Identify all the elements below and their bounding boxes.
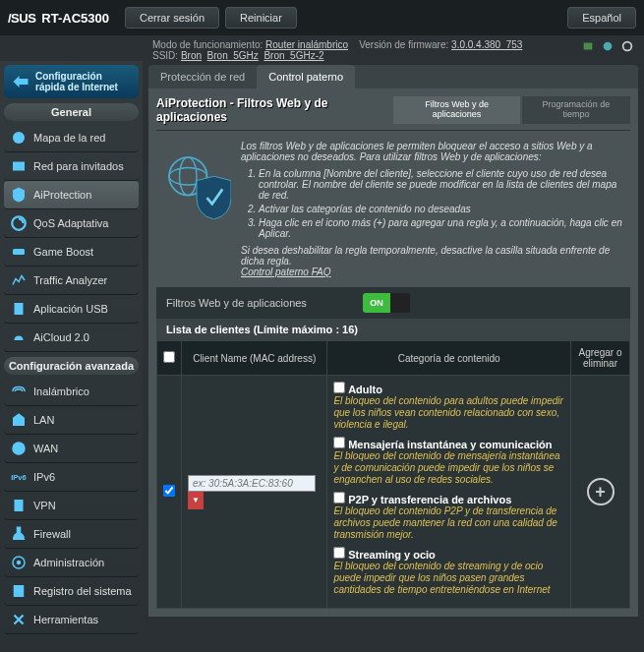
- svg-point-13: [17, 561, 22, 565]
- quick-setup-label: Configuración rápida de Internet: [35, 71, 131, 92]
- nav-icon: [10, 328, 28, 346]
- client-list-header: Lista de clientes (Límite máximo : 16): [156, 319, 630, 340]
- disable-note: Si desea deshabilitar la regla temporalm…: [241, 245, 624, 267]
- fw-value[interactable]: 3.0.0.4.380_753: [451, 39, 522, 50]
- sidebar-item-lan[interactable]: LAN: [4, 406, 139, 435]
- svg-rect-4: [13, 162, 25, 171]
- sidebar-item-ipv6[interactable]: IPv6IPv6: [4, 463, 139, 492]
- category-checkbox[interactable]: [333, 382, 345, 393]
- sidebar-item-traffic-analyzer[interactable]: Traffic Analyzer: [4, 267, 139, 295]
- tab-protection[interactable]: Protección de red: [148, 65, 257, 89]
- sidebar-item-label: QoS Adaptativa: [33, 217, 108, 229]
- nav-icon: [10, 611, 28, 628]
- sidebar-item-registro-del-sistema[interactable]: Registro del sistema: [4, 577, 139, 606]
- sidebar-item-aiprotection[interactable]: AiProtection: [4, 181, 139, 209]
- sidebar-item-label: Mapa de la red: [33, 132, 105, 144]
- nav-icon: [10, 214, 28, 232]
- mode-value[interactable]: Router inalámbrico: [265, 39, 348, 50]
- sidebar-item-vpn[interactable]: VPN: [4, 492, 139, 520]
- sidebar-item-label: LAN: [33, 414, 54, 426]
- group-advanced: Configuración avanzada: [4, 357, 139, 375]
- quick-setup-button[interactable]: Configuración rápida de Internet: [4, 65, 139, 98]
- sidebar-item-inalámbrico[interactable]: Inalámbrico: [4, 378, 139, 406]
- category-desc: El bloqueo del contenido para adultos pu…: [333, 395, 564, 431]
- client-name-input[interactable]: [188, 475, 316, 492]
- faq-link[interactable]: Control paterno FAQ: [241, 267, 624, 277]
- guest-icon[interactable]: [601, 39, 615, 53]
- category-name: Mensajería instantánea y comunicación: [348, 439, 552, 450]
- nav-icon: [10, 300, 28, 318]
- sidebar-item-aicloud-2.0[interactable]: AiCloud 2.0: [4, 324, 139, 352]
- nav-icon: [10, 497, 28, 514]
- nav-icon: [10, 582, 28, 600]
- usb-icon[interactable]: [581, 39, 595, 53]
- panel-title: AiProtection - Filtros Web y de aplicaci…: [156, 96, 393, 124]
- fw-label: Versión de firmware:: [359, 39, 448, 50]
- row-checkbox[interactable]: [163, 485, 175, 497]
- sidebar-item-firewall[interactable]: Firewall: [4, 520, 139, 549]
- category-item: AdultoEl bloqueo del contenido para adul…: [333, 382, 564, 431]
- nav-icon: [10, 554, 28, 571]
- sidebar-item-wan[interactable]: WAN: [4, 435, 139, 463]
- sidebar-item-herramientas[interactable]: Herramientas: [4, 606, 139, 634]
- svg-rect-14: [14, 585, 25, 597]
- nav-icon: [10, 157, 28, 175]
- sidebar-item-label: Firewall: [33, 528, 71, 540]
- col-client: Client Name (MAC address): [182, 341, 327, 376]
- sidebar-item-label: AiCloud 2.0: [33, 331, 89, 343]
- model-name: RT-AC5300: [41, 11, 109, 26]
- nav-icon: [10, 271, 28, 289]
- category-item: Mensajería instantánea y comunicaciónEl …: [333, 437, 564, 486]
- step-2: Activar las categorías de contenido no d…: [259, 204, 624, 214]
- reboot-button[interactable]: Reiniciar: [225, 7, 297, 29]
- toggle-on-text: ON: [363, 293, 390, 313]
- step-3: Haga clic en el icono más (+) para agreg…: [259, 217, 624, 239]
- sidebar-item-label: WAN: [33, 443, 58, 454]
- category-checkbox[interactable]: [333, 437, 345, 448]
- svg-point-1: [604, 42, 613, 51]
- subtab-filters[interactable]: Filtros Web y de aplicaciones: [393, 96, 519, 124]
- select-all-checkbox[interactable]: [163, 351, 175, 363]
- ssid-2: Bron_5GHz-2: [263, 50, 323, 61]
- sidebar-item-label: Inalámbrico: [33, 385, 89, 397]
- client-dropdown-button[interactable]: ▼: [188, 492, 204, 509]
- step-1: En la columna [Nombre del cliente], sele…: [259, 168, 624, 201]
- category-checkbox[interactable]: [333, 492, 345, 504]
- svg-point-8: [12, 442, 26, 455]
- sidebar-item-game-boost[interactable]: Game Boost: [4, 238, 139, 267]
- language-button[interactable]: Español: [567, 7, 636, 29]
- subtab-schedule[interactable]: Programación de tiempo: [522, 96, 630, 124]
- svg-rect-6: [13, 249, 25, 255]
- add-rule-button[interactable]: +: [587, 478, 615, 505]
- svg-rect-7: [15, 303, 24, 315]
- nav-icon: [10, 383, 28, 400]
- sidebar-item-qos-adaptativa[interactable]: QoS Adaptativa: [4, 209, 139, 238]
- sidebar-item-label: Herramientas: [33, 614, 98, 625]
- category-desc: El bloqueo del contenido de streaming y …: [333, 561, 564, 596]
- filter-toggle[interactable]: ON: [363, 293, 410, 313]
- svg-text:IPv6: IPv6: [11, 473, 26, 482]
- toggle-label: Filtros Web y de aplicaciones: [166, 297, 363, 309]
- tab-parental[interactable]: Control paterno: [257, 65, 355, 89]
- category-item: Streaming y ocioEl bloqueo del contenido…: [333, 547, 564, 596]
- sidebar-item-label: AiProtection: [33, 189, 91, 201]
- nav-icon: [10, 129, 28, 147]
- nav-icon: IPv6: [10, 468, 28, 486]
- sidebar-item-aplicación-usb[interactable]: Aplicación USB: [4, 295, 139, 324]
- ssid-1: Bron_5GHz: [207, 50, 259, 61]
- nav-icon: [10, 243, 28, 261]
- mode-label: Modo de funcionamiento:: [152, 39, 263, 50]
- svg-point-3: [13, 132, 25, 144]
- sidebar-item-label: Registro del sistema: [33, 585, 132, 597]
- category-checkbox[interactable]: [333, 547, 345, 559]
- col-category: Categoría de contenido: [327, 341, 571, 376]
- logout-button[interactable]: Cerrar sesión: [125, 7, 219, 29]
- reboot-icon[interactable]: [620, 39, 634, 53]
- table-row: ▼ AdultoEl bloqueo del contenido para ad…: [157, 376, 630, 609]
- category-name: P2P y transferencia de archivos: [348, 494, 511, 505]
- sidebar-item-mapa-de-la-red[interactable]: Mapa de la red: [4, 124, 139, 152]
- sidebar-item-red-para-invitados[interactable]: Red para invitados: [4, 152, 139, 181]
- sidebar-item-administración[interactable]: Administración: [4, 549, 139, 577]
- svg-point-17: [180, 157, 198, 196]
- category-item: P2P y transferencia de archivosEl bloque…: [333, 492, 564, 541]
